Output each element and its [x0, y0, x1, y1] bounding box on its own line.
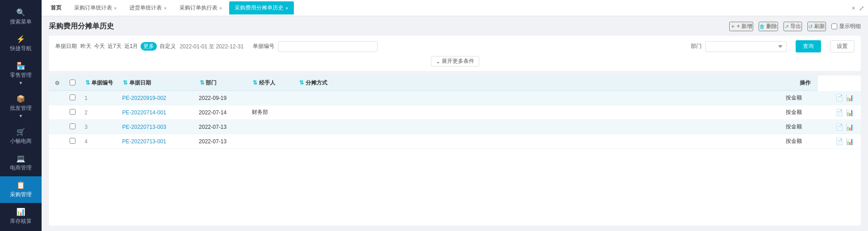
detail-icon[interactable]: 📊 — [846, 94, 854, 101]
edit-icon[interactable]: 📄 — [835, 109, 843, 116]
doc-no-link[interactable]: PE-20220919-002 — [122, 95, 166, 101]
show-cols-checkbox-label[interactable]: 显示明细 — [831, 23, 861, 30]
export-button[interactable]: ↗ 导出 — [783, 22, 802, 31]
row-checkbox[interactable] — [70, 109, 75, 115]
sidebar-item-purchase[interactable]: 📋 采购管理 — [0, 176, 42, 203]
table-container: ⚙ ⇅ 单据编号 ⇅ 单据日期 — [49, 75, 861, 226]
shortcut-yesterday[interactable]: 昨天 — [80, 42, 91, 50]
edit-icon[interactable]: 📄 — [835, 138, 843, 145]
td-row-num: 1 — [80, 91, 118, 105]
detail-icon[interactable]: 📊 — [846, 138, 854, 145]
select-all-checkbox[interactable] — [70, 80, 75, 85]
tab-purchase-exec[interactable]: 采购订单执行表 × — [174, 1, 227, 14]
table-row: 1 PE-20220919-002 2022-09-19 按金额 📄 📊 — [49, 91, 861, 105]
row-checkbox[interactable] — [70, 123, 75, 129]
dept-filter-group: 部门 — [691, 41, 787, 52]
td-row-num: 4 — [80, 134, 118, 149]
td-dept — [247, 134, 294, 149]
shortcut-today[interactable]: 今天 — [94, 42, 105, 50]
tab-label: 进货单统计表 — [129, 4, 162, 12]
shortcut-more[interactable]: 更多 — [141, 42, 157, 51]
td-doc-no: PE-20220713-001 — [118, 134, 194, 149]
td-actions: 📄 📊 — [818, 91, 861, 105]
table-row: 4 PE-20220713-001 2022-07-13 按金额 📄 📊 — [49, 134, 861, 149]
td-date: 2022-07-14 — [194, 105, 247, 120]
sidebar-item-ecommerce-small[interactable]: 🛒 小畅电商 — [0, 123, 42, 150]
tab-label: 采购订单执行表 — [179, 4, 217, 12]
gear-icon[interactable]: ⚙ — [55, 80, 60, 86]
detail-icon[interactable]: 📊 — [846, 109, 854, 116]
shortcut-custom[interactable]: 自定义 — [160, 42, 176, 50]
th-dept: ⇅ 部门 — [194, 75, 247, 91]
sidebar-item-wholesale[interactable]: 📦 批发管理 ▼ — [0, 90, 42, 123]
td-doc-no: PE-20220714-001 — [118, 105, 194, 120]
row-checkbox[interactable] — [70, 94, 75, 100]
window-expand-icon[interactable]: ⤢ — [859, 5, 864, 12]
td-actions: 📄 📊 — [818, 134, 861, 149]
show-cols-checkbox[interactable] — [831, 24, 837, 29]
td-checkbox — [65, 120, 80, 134]
expand-more-button[interactable]: ⌄ 展开更多条件 — [431, 56, 479, 66]
td-date: 2022-07-13 — [194, 120, 247, 134]
expand-more-row: ⌄ 展开更多条件 — [55, 56, 854, 66]
add-button[interactable]: ＋ + 新增 — [729, 22, 753, 31]
tab-close-icon[interactable]: × — [114, 5, 117, 11]
tab-purchase-fee-history[interactable]: 采购费用分摊单历史 × — [229, 1, 293, 14]
page-header: 采购费用分摊单历史 ＋ + 新增 🗑 删除 ↗ 导出 ↺ 刷新 — [49, 22, 861, 31]
tab-close-icon[interactable]: × — [164, 5, 166, 11]
row-checkbox[interactable] — [70, 138, 75, 144]
filter-bar: 单据日期 昨天 今天 近7天 近1月 更多 自定义 2022-01-01 至 2… — [49, 36, 861, 71]
delete-button[interactable]: 🗑 删除 — [759, 22, 778, 31]
td-actions: 📄 📊 — [818, 105, 861, 120]
docno-filter-group: 单据编号 — [253, 41, 377, 52]
sort-icon[interactable]: ⇅ — [85, 80, 90, 86]
filter-row-1: 单据日期 昨天 今天 近7天 近1月 更多 自定义 2022-01-01 至 2… — [55, 40, 854, 52]
table-body: 1 PE-20220919-002 2022-09-19 按金额 📄 📊 2 P… — [49, 91, 861, 149]
toolbar: ＋ + 新增 🗑 删除 ↗ 导出 ↺ 刷新 显示明细 — [729, 22, 861, 31]
refresh-button[interactable]: ↺ 刷新 — [807, 22, 826, 31]
shortcut-1month[interactable]: 近1月 — [124, 42, 138, 50]
edit-icon[interactable]: 📄 — [835, 94, 843, 101]
sort-icon[interactable]: ⇅ — [123, 80, 127, 86]
sidebar-item-search[interactable]: 🔍 搜索菜单 — [0, 4, 42, 30]
sidebar-item-retail[interactable]: 🏪 零售管理 ▼ — [0, 57, 42, 90]
doc-no-link[interactable]: PE-20220713-001 — [122, 138, 166, 145]
dept-select[interactable] — [705, 41, 787, 52]
th-actions-label: 操作 — [800, 80, 811, 86]
th-actions: 操作 — [781, 75, 818, 91]
detail-icon[interactable]: 📊 — [846, 123, 854, 131]
tab-home[interactable]: 首页 — [45, 1, 67, 14]
td-dept: 财务部 — [247, 105, 294, 120]
ecommerce-icon: 💻 — [16, 154, 25, 163]
tab-home-label: 首页 — [51, 4, 61, 12]
tab-close-icon[interactable]: × — [285, 5, 288, 11]
doc-no-link[interactable]: PE-20220714-001 — [122, 109, 166, 116]
refresh-icon: ↺ — [808, 24, 813, 30]
window-close-icon[interactable]: × — [852, 5, 855, 12]
tab-stock-stats[interactable]: 进货单统计表 × — [124, 1, 172, 14]
sort-icon[interactable]: ⇅ — [200, 80, 204, 86]
settings-button[interactable]: 设置 — [830, 40, 854, 52]
sidebar-item-quick[interactable]: ⚡ 快捷导航 — [0, 30, 42, 57]
purchase-icon: 📋 — [16, 181, 25, 189]
sort-icon[interactable]: ⇅ — [253, 80, 257, 86]
sidebar-item-ecommerce[interactable]: 💻 电商管理 — [0, 150, 42, 176]
th-doc-no-label: 单据编号 — [91, 80, 113, 86]
td-handler — [294, 120, 781, 134]
query-button[interactable]: 查询 — [796, 40, 821, 52]
docno-input[interactable] — [278, 41, 377, 52]
td-method: 按金额 — [781, 105, 818, 120]
show-cols-label: 显示明细 — [839, 23, 861, 30]
td-method: 按金额 — [781, 91, 818, 105]
docno-filter-label: 单据编号 — [253, 42, 274, 50]
tab-close-icon[interactable]: × — [219, 5, 222, 11]
doc-no-link[interactable]: PE-20220713-003 — [122, 124, 166, 130]
edit-icon[interactable]: 📄 — [835, 123, 843, 131]
add-icon: ＋ — [730, 23, 736, 30]
sort-icon[interactable]: ⇅ — [299, 80, 304, 86]
shortcut-7days[interactable]: 近7天 — [108, 42, 122, 50]
th-checkbox — [65, 75, 80, 91]
tab-purchase-order-stats[interactable]: 采购订单统计表 × — [69, 1, 122, 14]
sidebar-item-inventory[interactable]: 📊 库存核算 — [0, 203, 42, 230]
td-gear-spacer — [49, 120, 65, 134]
